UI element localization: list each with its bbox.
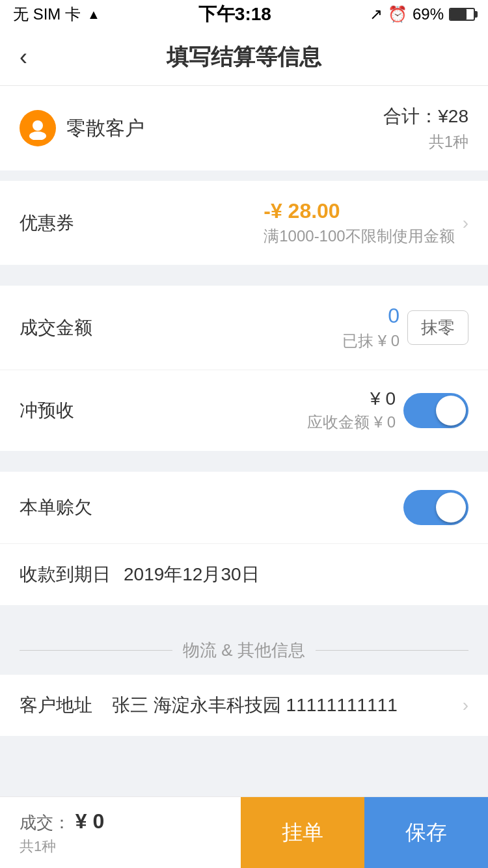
status-right: ↗ ⏰ 69% (370, 5, 475, 23)
battery-percent: 69% (413, 5, 444, 23)
total-count: 共1种 (383, 131, 468, 152)
prepay-right: ¥ 0 应收金额 ¥ 0 (307, 388, 468, 433)
prepay-row: 冲预收 ¥ 0 应收金额 ¥ 0 (0, 370, 488, 451)
coupon-section: 优惠券 -¥ 28.00 满1000-100不限制使用金额 › (0, 181, 488, 265)
amount-section: 成交金额 0 已抹 ¥ 0 抹零 冲预收 ¥ 0 应收金额 ¥ 0 (0, 286, 488, 451)
coupon-label: 优惠券 (20, 211, 74, 236)
address-value: 张三 海淀永丰科技园 11111111111 (112, 693, 463, 718)
prepay-label: 冲预收 (20, 398, 74, 423)
wifi-icon: ▲ (87, 7, 100, 22)
logistics-label: 物流 & 其他信息 (183, 639, 305, 662)
chevron-right-icon: › (463, 213, 468, 234)
credit-row: 本单赊欠 (0, 472, 488, 544)
svg-point-0 (33, 120, 43, 131)
prepay-block: ¥ 0 应收金额 ¥ 0 (307, 388, 396, 433)
bottom-deal-label: 成交： (20, 813, 70, 832)
address-label: 客户地址 (20, 693, 92, 718)
bottom-bar: 成交： ¥ 0 共1种 挂单 保存 (0, 796, 488, 868)
content: 零散客户 合计：¥28 共1种 优惠券 -¥ 28.00 满1000-100不限… (0, 86, 488, 818)
prepay-value: ¥ 0 (307, 388, 396, 409)
coupon-value-block: -¥ 28.00 满1000-100不限制使用金额 (264, 199, 454, 247)
credit-right (403, 490, 468, 525)
round-button[interactable]: 抹零 (407, 310, 468, 345)
page-title: 填写结算等信息 (167, 42, 321, 72)
address-row[interactable]: 客户地址 张三 海淀永丰科技园 11111111111 › (0, 675, 488, 736)
due-date-row[interactable]: 收款到期日 2019年12月30日 (0, 544, 488, 605)
save-button[interactable]: 保存 (364, 797, 488, 869)
status-bar: 无 SIM 卡 ▲ 下午3:18 ↗ ⏰ 69% (0, 0, 488, 29)
bottom-count: 共1种 (20, 837, 221, 856)
credit-toggle-knob (436, 493, 466, 522)
credit-label: 本单赊欠 (20, 495, 92, 520)
nav-bar: ‹ 填写结算等信息 (0, 29, 488, 86)
hang-button[interactable]: 挂单 (241, 797, 364, 869)
toggle-knob (436, 396, 466, 426)
address-chevron-icon: › (463, 695, 468, 716)
back-button[interactable]: ‹ (20, 44, 27, 71)
total-price: 合计：¥28 (383, 104, 468, 129)
svg-point-1 (29, 131, 46, 140)
customer-left: 零散客户 (20, 110, 144, 146)
status-left: 无 SIM 卡 ▲ (13, 4, 100, 25)
battery-icon (449, 8, 475, 21)
bottom-deal-price: ¥ 0 (75, 809, 104, 833)
due-date-value: 2019年12月30日 (124, 562, 260, 587)
logistics-section-header: 物流 & 其他信息 (0, 626, 488, 675)
bottom-deal-line: 成交： ¥ 0 (20, 809, 221, 834)
deal-amount-right: 0 已抹 ¥ 0 抹零 (342, 304, 468, 351)
prepay-toggle[interactable] (403, 393, 468, 428)
section-divider-2 (0, 461, 488, 472)
deal-amount-label: 成交金额 (20, 316, 92, 340)
customer-name: 零散客户 (66, 115, 144, 142)
customer-summary: 合计：¥28 共1种 (383, 104, 468, 152)
status-time: 下午3:18 (198, 2, 271, 27)
alarm-icon: ⏰ (388, 5, 407, 23)
carrier-label: 无 SIM 卡 (13, 4, 81, 25)
deal-amount-block: 0 已抹 ¥ 0 (342, 304, 400, 351)
credit-section: 本单赊欠 收款到期日 2019年12月30日 (0, 472, 488, 605)
section-divider-3 (0, 616, 488, 626)
customer-row: 零散客户 合计：¥28 共1种 (0, 86, 488, 170)
credit-toggle[interactable] (403, 490, 468, 525)
address-section: 客户地址 张三 海淀永丰科技园 11111111111 › (0, 675, 488, 736)
coupon-description: 满1000-100不限制使用金额 (264, 226, 454, 247)
bottom-info: 成交： ¥ 0 共1种 (0, 809, 241, 856)
deal-amount-value[interactable]: 0 (388, 304, 400, 327)
coupon-amount: -¥ 28.00 (264, 199, 454, 223)
prepay-sub: 应收金额 ¥ 0 (307, 412, 396, 433)
due-date-label: 收款到期日 (20, 562, 111, 587)
location-icon: ↗ (370, 5, 383, 23)
avatar (20, 110, 56, 146)
coupon-right: -¥ 28.00 满1000-100不限制使用金额 › (264, 199, 468, 247)
section-divider-1 (0, 275, 488, 286)
deal-amount-sub: 已抹 ¥ 0 (342, 331, 400, 351)
coupon-row[interactable]: 优惠券 -¥ 28.00 满1000-100不限制使用金额 › (0, 181, 488, 265)
deal-amount-row: 成交金额 0 已抹 ¥ 0 抹零 (0, 286, 488, 370)
